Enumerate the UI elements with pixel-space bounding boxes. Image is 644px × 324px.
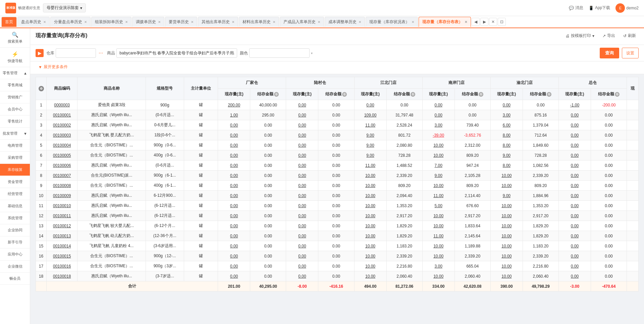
- goods-input[interactable]: [116, 48, 237, 58]
- info-icon[interactable]: ①: [615, 92, 620, 97]
- tab-close-btn[interactable]: ✕: [489, 18, 497, 26]
- tab-home[interactable]: 首页: [1, 17, 17, 27]
- color-input[interactable]: [249, 48, 310, 58]
- user-area[interactable]: E demo2: [615, 3, 639, 13]
- tab-order[interactable]: 要货单历史 ✕: [165, 17, 197, 27]
- total-stock: -1.00: [558, 100, 591, 110]
- total-amount: 0.00: [591, 171, 627, 181]
- table-row: 10 00100009 惠氏启赋（Wyeth illu... 6-12月900.…: [36, 191, 639, 201]
- close-icon[interactable]: ✕: [273, 20, 275, 24]
- sidebar-item-search[interactable]: 🔍 搜索英单: [0, 28, 30, 48]
- sidebar-item-ops[interactable]: 经营管理: [0, 188, 30, 200]
- close-icon[interactable]: ✕: [412, 20, 414, 24]
- nanan-stock: 10.00: [422, 271, 454, 281]
- refresh-btn[interactable]: ↺ 刷新: [621, 32, 639, 40]
- tab-check-history[interactable]: 盘点单历史 ✕: [17, 17, 50, 27]
- sidebar-item-new-guide[interactable]: 新手引导: [0, 236, 30, 248]
- col-nanan-stock: 现存量(主): [422, 89, 454, 100]
- tab-material-out[interactable]: 材料出库单历史 ✕: [239, 17, 279, 27]
- sidebar-item-base-info[interactable]: 基础信息: [0, 200, 30, 212]
- sidebar-item-label: 电商管理: [1, 143, 29, 148]
- close-icon[interactable]: ✕: [359, 20, 361, 24]
- tab-cost-adjust[interactable]: 成本调整单历史 ✕: [325, 17, 365, 27]
- table-row: 8 00100007 合生元(BIOSTIME)派... 900g（6-1...…: [36, 171, 639, 181]
- tab-stock-dist[interactable]: 现存量（库存分布表） ✕: [419, 17, 471, 27]
- sidebar-item-purchase[interactable]: 采购管理: [0, 152, 30, 164]
- tab-transfer[interactable]: 调拨单历史 ✕: [132, 17, 164, 27]
- setup-button[interactable]: 设置: [622, 48, 639, 58]
- export-btn[interactable]: ↗ 导出: [600, 32, 618, 40]
- sidebar-item-retail-mgmt[interactable]: 零售管理 ▲: [0, 67, 30, 79]
- extra-col: [627, 140, 639, 150]
- row-index: 8: [36, 171, 47, 181]
- info-icon[interactable]: ①: [274, 92, 279, 97]
- factory-amount: 0.00: [250, 191, 286, 201]
- close-icon[interactable]: ✕: [232, 20, 234, 24]
- sidebar-item-retail-stats[interactable]: 零售统计: [0, 115, 30, 128]
- jiangbei-stock: 10.00: [354, 211, 386, 221]
- sidebar-item-app-center[interactable]: 应用中心: [0, 248, 30, 261]
- tab-expand-btn[interactable]: ⊡: [498, 18, 506, 26]
- table-row: 1 0000003 爱他美 卤莱3段 900g 罐 200.00 40,000.…: [36, 100, 639, 110]
- row-index: 7: [36, 160, 47, 171]
- sidebar-item-marketing[interactable]: 营销推广: [0, 91, 30, 103]
- tab-other-out[interactable]: 其他出库单历史 ✕: [198, 17, 238, 27]
- warehouse-input[interactable]: [56, 48, 96, 58]
- tab-prev-btn[interactable]: ◀: [472, 18, 480, 26]
- tab-bar: 首页 盘点单历史 ✕ 分量盘点单历史 ✕ 组装拆卸单历史 ✕ 调拨单历史 ✕ 要…: [0, 16, 644, 28]
- info-icon[interactable]: ①: [342, 92, 347, 97]
- sidebar-item-fans-member[interactable]: 畅会员: [0, 273, 30, 285]
- sidebar-item-finance[interactable]: 资金管理: [0, 176, 30, 188]
- info-icon[interactable]: ①: [411, 92, 415, 97]
- tab-sub-check[interactable]: 分量盘点单历史 ✕: [50, 17, 91, 27]
- nanan-amount: 665.04: [454, 261, 490, 271]
- sidebar-item-corp-wechat[interactable]: 企业微信: [0, 261, 30, 273]
- nanan-amount: 1,833.64: [454, 221, 490, 231]
- sidebar-item-quick-nav[interactable]: ⚡ 快捷导航: [0, 48, 30, 67]
- close-icon[interactable]: ✕: [465, 20, 467, 24]
- query-button[interactable]: 查询: [600, 48, 619, 58]
- info-icon[interactable]: ①: [479, 92, 483, 97]
- nanan-amount: 2,145.64: [454, 231, 490, 241]
- row-index: 5: [36, 140, 47, 150]
- close-icon[interactable]: ✕: [43, 20, 46, 24]
- close-icon[interactable]: ✕: [84, 20, 87, 24]
- app-download-btn[interactable]: 📱 App下载: [589, 5, 610, 11]
- tab-assembly[interactable]: 组装拆卸单历史 ✕: [91, 17, 131, 27]
- sidebar-item-retail-store[interactable]: 零售商城: [0, 79, 30, 91]
- sidebar-item-wholesale[interactable]: 批发管理 ▼: [0, 128, 30, 140]
- sidebar-item-member[interactable]: 会员中心: [0, 103, 30, 115]
- tab-stock-status[interactable]: 现存量（库存状况表） ✕: [366, 17, 418, 27]
- tab-next-btn[interactable]: ▶: [480, 18, 488, 26]
- jiangbei-stock: 11.00: [354, 120, 386, 130]
- jiangbei-amount: 2,060.40: [386, 271, 422, 281]
- table-row: 14 00100013 飞鹤星飞帆 幼儿配方奶... (12-36个月... 罐…: [36, 231, 639, 241]
- tab-product-in[interactable]: 产成品入库单历史 ✕: [280, 17, 324, 27]
- warehouse-more-btn[interactable]: ···: [97, 50, 104, 56]
- sidebar-item-sys-mgmt[interactable]: 系统管理: [0, 212, 30, 224]
- filter-expand-btn[interactable]: ▶: [36, 49, 44, 57]
- setting-icon[interactable]: ⚙: [39, 86, 44, 91]
- factory-amount: 0.00: [250, 181, 286, 191]
- info-icon[interactable]: ①: [547, 92, 551, 97]
- sum-nanan-amount: 42,620.08: [454, 281, 490, 291]
- sidebar-item-corp-collab[interactable]: 企业协同: [0, 224, 30, 236]
- industry-selector[interactable]: 母婴行业演示陈套 ▾: [43, 3, 86, 12]
- yuibei-stock: 10.00: [490, 201, 523, 211]
- goods-code: 00100013: [47, 231, 77, 241]
- lujia-stock: 0.00: [286, 261, 318, 271]
- color-label: 颜色: [240, 50, 248, 56]
- goods-name: 惠氏启赋（Wyeth illu...: [77, 110, 146, 120]
- print-btn[interactable]: 🖨 按模板打印 ▾: [563, 32, 597, 40]
- yuibei-amount: 809.20: [523, 181, 558, 191]
- logo-abbr-text: 标准版: [6, 6, 15, 10]
- close-icon[interactable]: ✕: [191, 20, 194, 24]
- factory-stock: 0.00: [218, 251, 250, 261]
- close-icon[interactable]: ✕: [125, 20, 128, 24]
- sidebar-item-ecom[interactable]: 电商管理: [0, 140, 30, 152]
- expand-more-btn[interactable]: ▼ 展开更多条件: [36, 63, 70, 71]
- sidebar-item-inventory[interactable]: 库存核算: [0, 164, 30, 176]
- close-icon[interactable]: ✕: [318, 20, 320, 24]
- message-btn[interactable]: 💬 消息: [569, 5, 583, 11]
- close-icon[interactable]: ✕: [158, 20, 161, 24]
